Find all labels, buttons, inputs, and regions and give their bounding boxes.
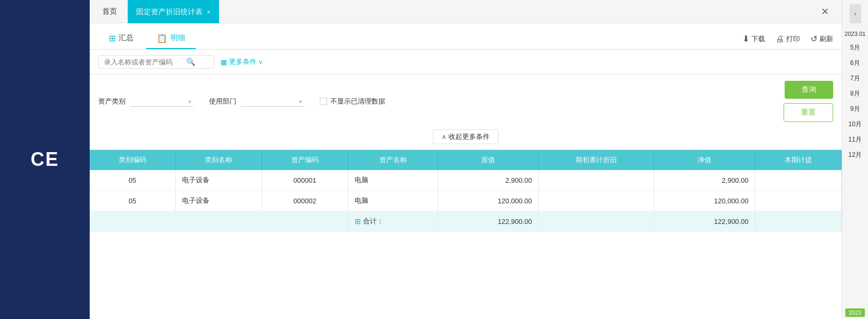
nav-tab-close-icon[interactable]: × <box>207 8 211 16</box>
cell-original-value: 120,000.00 <box>438 191 539 211</box>
download-action[interactable]: ⬇ 下载 <box>742 34 765 44</box>
cell-asset-code: 000001 <box>262 170 348 191</box>
asset-category-select[interactable] <box>130 96 193 107</box>
summary-net-value: 122,900.00 <box>654 211 755 232</box>
cell-accumulated-depreciation <box>539 191 654 211</box>
collapse-button[interactable]: ∧ 收起更多条件 <box>433 129 499 144</box>
col-category-name: 类别名称 <box>175 150 262 170</box>
cell-category-name: 电子设备 <box>175 170 262 191</box>
cell-asset-name: 电脑 <box>348 191 438 211</box>
asset-category-select-wrap[interactable]: ▾ <box>130 96 193 107</box>
active-nav-tab[interactable]: 固定资产折旧统计表 × <box>128 0 219 23</box>
toolbar-tabs: ⊞ 汇总 📋 明细 ⬇ 下载 🖨 打印 ↺ 刷新 <box>90 23 842 50</box>
month-item[interactable]: 5月 <box>846 40 864 55</box>
search-icon: 🔍 <box>186 58 195 66</box>
summary-accumulated-depreciation <box>539 211 654 232</box>
department-label: 使用部门 <box>209 97 236 106</box>
month-item[interactable]: 10月 <box>846 117 864 132</box>
department-select[interactable] <box>241 96 304 107</box>
summary-current-depreciation <box>755 211 842 232</box>
nav-home[interactable]: 首页 <box>94 0 126 23</box>
asset-category-label: 资产类别 <box>98 97 126 106</box>
search-input-wrap[interactable]: 🔍 <box>98 55 214 69</box>
cell-accumulated-depreciation <box>539 170 654 191</box>
right-panel-arrow-button[interactable]: › <box>850 4 861 23</box>
detail-icon: 📋 <box>157 33 167 43</box>
cell-asset-name: 电脑 <box>348 170 438 191</box>
download-icon: ⬇ <box>742 34 749 44</box>
search-input[interactable] <box>104 58 183 66</box>
print-action[interactable]: 🖨 打印 <box>776 34 800 44</box>
months-container: 5月6月7月8月9月10月11月12月 <box>846 40 864 163</box>
cell-category-code: 05 <box>90 170 175 191</box>
filter-row-1: 资产类别 ▾ 使用部门 ▾ 不显示已清理数 <box>98 81 833 122</box>
sum-icon: ⊞ <box>355 217 361 226</box>
reset-button[interactable]: 重置 <box>784 103 833 122</box>
collapse-row: ∧ 收起更多条件 <box>98 126 833 145</box>
month-item[interactable]: 6月 <box>846 55 864 71</box>
more-conditions-button[interactable]: ▦ 更多条件 ∨ <box>221 57 263 67</box>
print-label: 打印 <box>786 34 800 44</box>
col-asset-code: 资产编码 <box>262 150 348 170</box>
col-original-value: 原值 <box>438 150 539 170</box>
collapse-label: 收起更多条件 <box>449 132 490 142</box>
cell-net-value: 120,000.00 <box>654 191 755 211</box>
top-nav: 首页 固定资产折旧统计表 × ✕ <box>90 0 842 23</box>
cell-asset-code: 000002 <box>262 191 348 211</box>
toolbar-actions: ⬇ 下载 🖨 打印 ↺ 刷新 <box>742 34 833 49</box>
tab-summary-label: 汇总 <box>119 33 133 43</box>
department-field: 使用部门 ▾ <box>209 96 304 107</box>
window-close-button[interactable]: ✕ <box>813 6 837 17</box>
department-select-wrap[interactable]: ▾ <box>241 96 304 107</box>
month-item[interactable]: 9月 <box>846 101 864 117</box>
refresh-action[interactable]: ↺ 刷新 <box>810 34 833 44</box>
filter-icon: ▦ <box>221 58 227 66</box>
cell-net-value: 2,900.00 <box>654 170 755 191</box>
table-row: 05 电子设备 000002 电脑 120,000.00 120,000.00 <box>90 191 842 211</box>
month-item[interactable]: 12月 <box>846 147 864 163</box>
year-badge: 2023 <box>845 308 864 317</box>
summary-row: ⊞ 合计： 122,900.00 122,900.00 <box>90 211 842 232</box>
col-current-depreciation: 本期计提 <box>755 150 842 170</box>
chevron-down-icon: ∨ <box>259 59 263 65</box>
tab-group: ⊞ 汇总 📋 明细 <box>98 28 196 49</box>
cell-category-name: 电子设备 <box>175 191 262 211</box>
date-display: 2023.01 <box>844 29 867 39</box>
main-content: 首页 固定资产折旧统计表 × ✕ ⊞ 汇总 📋 明细 ⬇ 下载 🖨 <box>90 0 842 319</box>
tab-detail[interactable]: 📋 明细 <box>146 28 196 49</box>
hide-cleared-checkbox-box[interactable] <box>320 98 327 105</box>
refresh-icon: ↺ <box>810 34 817 44</box>
month-item[interactable]: 11月 <box>846 132 864 147</box>
col-accumulated-depreciation: 期初累计折旧 <box>539 150 654 170</box>
stack-icon: ⊞ <box>109 33 116 43</box>
col-category-code: 类别编码 <box>90 150 175 170</box>
cell-current-depreciation <box>755 170 842 191</box>
search-filter-bar: 🔍 ▦ 更多条件 ∨ <box>90 50 842 74</box>
right-panel: › 2023.01 5月6月7月8月9月10月11月12月 2023 <box>842 0 868 319</box>
summary-label-cell <box>90 211 348 232</box>
data-table: 类别编码 类别名称 资产编码 资产名称 原值 期初累计折旧 净值 本期计提 05… <box>90 150 842 232</box>
query-button[interactable]: 查询 <box>785 81 833 99</box>
month-item[interactable]: 7月 <box>846 71 864 86</box>
logo-text: CE <box>31 148 59 171</box>
table-row: 05 电子设备 000001 电脑 2,900.00 2,900.00 <box>90 170 842 191</box>
hide-cleared-checkbox[interactable]: 不显示已清理数据 <box>320 97 385 106</box>
print-icon: 🖨 <box>776 34 784 44</box>
advanced-filter-panel: 资产类别 ▾ 使用部门 ▾ 不显示已清理数 <box>90 74 842 150</box>
summary-original-value: 122,900.00 <box>438 211 539 232</box>
tab-detail-label: 明细 <box>170 33 185 43</box>
table-header-row: 类别编码 类别名称 资产编码 资产名称 原值 期初累计折旧 净值 本期计提 <box>90 150 842 170</box>
col-asset-name: 资产名称 <box>348 150 438 170</box>
sidebar-logo: CE <box>0 0 90 319</box>
cell-category-code: 05 <box>90 191 175 211</box>
more-conditions-label: 更多条件 <box>229 57 256 67</box>
chevron-up-icon: ∧ <box>442 133 446 140</box>
nav-tab-label: 固定资产折旧统计表 <box>136 7 203 17</box>
cell-original-value: 2,900.00 <box>438 170 539 191</box>
tab-summary[interactable]: ⊞ 汇总 <box>98 28 144 49</box>
month-item[interactable]: 8月 <box>846 86 864 101</box>
asset-category-field: 资产类别 ▾ <box>98 96 193 107</box>
data-table-container: 类别编码 类别名称 资产编码 资产名称 原值 期初累计折旧 净值 本期计提 05… <box>90 150 842 319</box>
hide-cleared-label: 不显示已清理数据 <box>330 97 385 106</box>
download-label: 下载 <box>751 34 765 44</box>
